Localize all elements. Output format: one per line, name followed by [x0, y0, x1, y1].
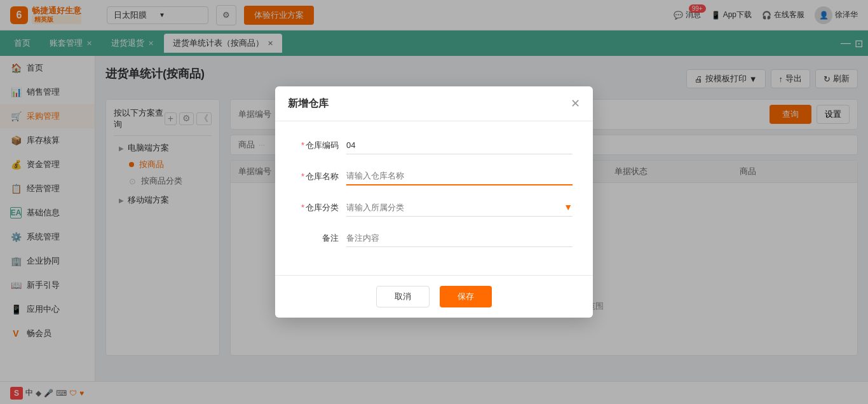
cancel-button[interactable]: 取消	[376, 286, 430, 307]
warehouse-code-input[interactable]	[346, 137, 573, 154]
save-button[interactable]: 保存	[440, 286, 492, 307]
modal-header: 新增仓库 ✕	[275, 86, 593, 121]
modal-title: 新增仓库	[288, 97, 329, 111]
modal-footer: 取消 保存	[275, 275, 593, 318]
warehouse-code-row: 仓库编码	[295, 137, 573, 154]
remark-input[interactable]	[346, 229, 573, 247]
remark-row: 备注	[295, 229, 573, 247]
warehouse-category-select-wrap[interactable]: ▼	[346, 198, 573, 217]
warehouse-category-row: 仓库分类 ▼	[295, 198, 573, 217]
category-chevron-icon: ▼	[564, 202, 573, 212]
warehouse-name-row: 仓库名称	[295, 167, 573, 185]
modal-close-button[interactable]: ✕	[571, 97, 580, 111]
modal-overlay: 新增仓库 ✕ 仓库编码 仓库名称 仓库分类 ▼	[0, 0, 868, 404]
warehouse-code-label: 仓库编码	[295, 140, 346, 151]
warehouse-category-label: 仓库分类	[295, 202, 346, 213]
warehouse-name-label: 仓库名称	[295, 171, 346, 182]
warehouse-name-input[interactable]	[346, 167, 573, 185]
modal-body: 仓库编码 仓库名称 仓库分类 ▼ 备注	[275, 121, 593, 275]
warehouse-category-input[interactable]	[346, 203, 564, 212]
remark-label: 备注	[295, 232, 346, 244]
new-warehouse-modal: 新增仓库 ✕ 仓库编码 仓库名称 仓库分类 ▼	[275, 86, 593, 318]
